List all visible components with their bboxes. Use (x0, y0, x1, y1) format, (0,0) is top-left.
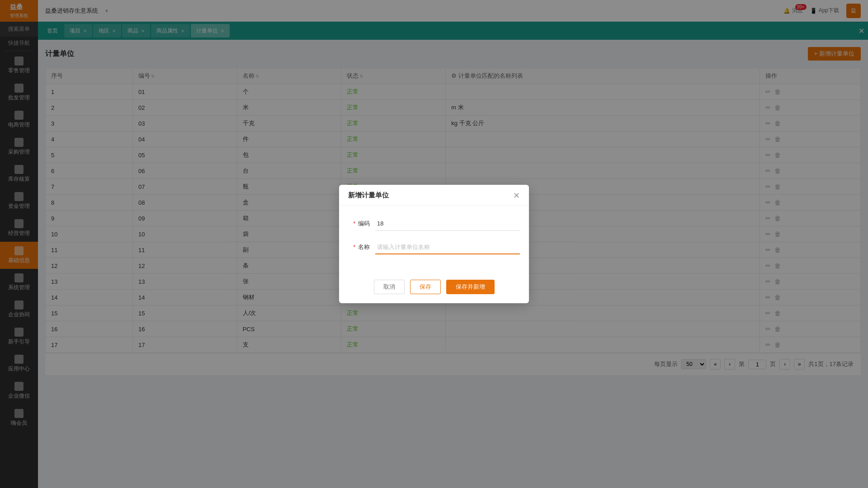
save-new-button[interactable]: 保存并新增 (446, 280, 495, 294)
dialog-body: * 编码 * 名称 (339, 206, 529, 274)
name-input[interactable] (375, 240, 520, 254)
save-button[interactable]: 保存 (410, 280, 441, 294)
dialog-header: 新增计量单位 ✕ (339, 185, 529, 206)
cancel-button[interactable]: 取消 (374, 280, 405, 294)
name-label: * 名称 (348, 243, 370, 251)
code-input[interactable] (375, 216, 520, 231)
modal-overlay[interactable]: 新增计量单位 ✕ * 编码 * 名称 取消 保存 保存并新增 (0, 0, 868, 488)
dialog-footer: 取消 保存 保存并新增 (339, 274, 529, 303)
add-unit-dialog: 新增计量单位 ✕ * 编码 * 名称 取消 保存 保存并新增 (339, 185, 529, 303)
dialog-close-button[interactable]: ✕ (513, 192, 520, 200)
form-row-name: * 名称 (348, 240, 520, 254)
required-star-code: * (353, 220, 355, 227)
code-label: * 编码 (348, 220, 370, 228)
dialog-title: 新增计量单位 (348, 191, 389, 200)
required-star-name: * (353, 244, 355, 250)
form-row-code: * 编码 (348, 216, 520, 231)
